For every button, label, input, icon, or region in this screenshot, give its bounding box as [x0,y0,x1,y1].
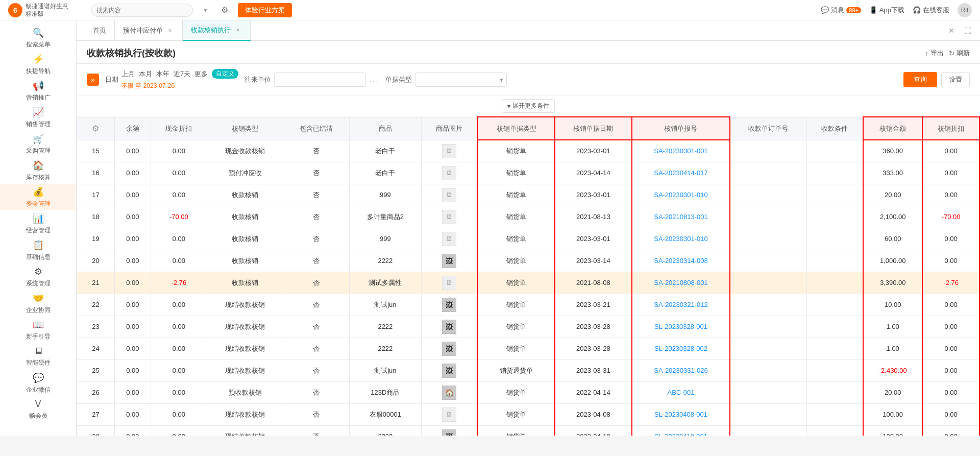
row-xianjin: 0.00 [151,381,207,403]
user-area[interactable]: Rit [958,3,972,17]
content-area: 首页预付冲应付单×收款核销执行× ✕ ⛶ 收款核销执行(按收款) ↑ 导出 ↻ … [77,20,980,436]
tab-close-icon[interactable]: × [234,26,242,34]
table-row: 26 0.00 0.00 预收款核销 否 123D商品 🏠 销货单 2022-0… [77,381,980,403]
sidebar-item-采购管理[interactable]: 🛒采购管理 [0,131,76,157]
sidebar-label: 企业微信 [26,386,51,394]
row-hexiao-amount: 360.00 [863,140,922,162]
row-hexiao-dan-no: SA-20210808-001 [632,272,730,294]
sidebar-item-搜索菜单[interactable]: 🔍搜索菜单 [0,25,76,51]
row-hexiao-amount: 10.00 [863,294,922,316]
row-yue: 0.00 [114,140,151,162]
row-hexiao-dan-type: 销货退货单 [478,359,555,381]
product-image: 🖼 [442,254,456,268]
date-this-year[interactable]: 本年 [156,69,169,79]
date-last-month[interactable]: 上月 [121,69,135,79]
row-yue: 0.00 [114,381,151,403]
hexiao-dan-no-link[interactable]: SA-20230301-010 [654,191,708,199]
sidebar-item-新手引导[interactable]: 📖新手引导 [0,317,76,343]
hexiao-dan-no-link[interactable]: SA-20210813-001 [654,213,708,221]
date-custom-btn[interactable]: 自定义 [212,69,238,79]
row-shoukuan-order [730,403,806,425]
col-shangpin-header: 商品 [350,117,422,140]
hexiao-dan-no-link[interactable]: SA-20230314-008 [654,257,708,265]
customer-input[interactable] [274,73,366,87]
sidebar-item-营销推广[interactable]: 📢营销推广 [0,78,76,104]
filter-expand-button[interactable]: » [87,74,99,86]
row-hexiao-type: 收款核销 [207,184,283,206]
message-nav[interactable]: 💬 消息 99+ [821,6,861,15]
settings-button[interactable]: 设置 [941,72,970,87]
sidebar-label: 库存核算 [26,173,51,182]
row-hexiao-dan-date: 2022-04-14 [555,381,632,403]
expand-conditions-button[interactable]: ▾ 展开更多条件 [502,99,555,113]
date-more[interactable]: 更多 [194,69,208,79]
hexiao-dan-no-link[interactable]: SL-20230328-002 [654,345,707,352]
app-download-nav[interactable]: 📱 App下载 [869,6,904,15]
date-this-month[interactable]: 本月 [139,69,152,79]
top-search-input[interactable] [91,4,193,17]
hexiao-dan-no-link[interactable]: ABC-001 [668,389,695,396]
tab-预付冲应付单[interactable]: 预付冲应付单× [115,20,183,41]
sidebar-item-库存核算[interactable]: 🏠库存核算 [0,157,76,184]
row-xianjin: 0.00 [151,338,207,359]
sidebar-item-企业微信[interactable]: 💬企业微信 [0,370,76,396]
app-icon: 📱 [869,6,877,14]
hexiao-dan-no-link[interactable]: SA-20230301-001 [654,147,708,155]
hexiao-dan-no-link[interactable]: SL-20230328-001 [654,323,707,330]
message-icon: 💬 [821,6,829,14]
hexiao-dan-no-link[interactable]: SL-20230408-001 [654,411,707,418]
maximize-icon[interactable]: ⛶ [962,25,974,37]
tab-收款核销执行[interactable]: 收款核销执行× [183,20,251,41]
customer-more-icon[interactable]: ... [369,75,379,84]
filter-bar: » 日期 上月 本月 本年 近7天 更多 自定义 不限 至 2023-07-26 [77,64,980,96]
hexiao-dan-no-link[interactable]: SA-20230321-012 [654,301,708,308]
sidebar-item-企业协同[interactable]: 🤝企业协同 [0,290,76,317]
row-id: 24 [77,338,115,359]
sidebar-label: 智能硬件 [26,358,51,367]
refresh-button[interactable]: ↻ 刷新 [949,49,970,58]
column-settings-icon[interactable]: ⚙ [88,122,103,136]
product-image: 🏠 [442,386,456,400]
sidebar-item-快捷导航[interactable]: ⚡快捷导航 [0,51,76,78]
row-hexiao-type: 预收款核销 [207,381,283,403]
row-hexiao-dan-no: SL-20230418-001 [632,425,730,436]
service-nav[interactable]: 🎧 在线客服 [913,6,949,15]
solution-button[interactable]: 体验行业方案 [238,3,292,17]
settings-icon[interactable]: ⚙ [217,3,232,17]
query-button[interactable]: 查询 [903,72,937,87]
tab-首页[interactable]: 首页 [85,20,115,41]
col-settings-header[interactable]: ⚙ [77,117,115,140]
row-hexiao-dan-no: SL-20230328-001 [632,316,730,338]
row-hexiao-type: 收款核销 [207,272,283,294]
sidebar-item-畅会员[interactable]: V畅会员 [0,396,76,423]
row-hexiao-discount: 0.00 [922,316,979,338]
sidebar-item-系统管理[interactable]: ⚙系统管理 [0,263,76,290]
sidebar-item-资金管理[interactable]: 💰资金管理 [0,184,76,210]
sidebar-item-基础信息[interactable]: 📋基础信息 [0,237,76,263]
hexiao-dan-no-link[interactable]: SL-20230418-001 [654,433,707,436]
hexiao-dan-no-link[interactable]: SA-20230301-010 [654,235,708,243]
sidebar-item-销售管理[interactable]: 📈销售管理 [0,104,76,131]
row-shangpin: 2222 [350,338,422,359]
row-shoukuan-order [730,250,806,272]
avatar: Rit [958,3,972,17]
row-shoukuan-cond [806,184,863,206]
hexiao-dan-no-link[interactable]: SA-20230331-026 [654,367,708,374]
hexiao-dan-no-link[interactable]: SA-20210808-001 [654,279,708,286]
search-dropdown-icon[interactable]: ▾ [199,4,211,16]
row-hexiao-type: 现结收款核销 [207,294,283,316]
row-hexiao-discount: 0.00 [922,250,979,272]
date-7days[interactable]: 近7天 [174,69,190,79]
row-hexiao-amount: 100.00 [863,425,922,436]
row-shangpin: 老白干 [350,140,422,162]
hexiao-dan-no-link[interactable]: SA-20230414-017 [654,169,708,177]
close-window-icon[interactable]: ✕ [945,25,958,37]
tab-close-icon[interactable]: × [166,27,174,35]
sidebar-item-经营管理[interactable]: 📊经营管理 [0,210,76,237]
sidebar-item-智能硬件[interactable]: 🖥智能硬件 [0,343,76,370]
bill-type-select[interactable] [415,73,507,87]
export-button[interactable]: ↑ 导出 [925,49,944,58]
table-row: 16 0.00 0.00 预付冲应收 否 老白干 🖼 销货单 2023-04-1… [77,162,980,184]
table-row: 20 0.00 0.00 收款核销 否 2222 🖼 销货单 2023-03-1… [77,250,980,272]
sidebar-icon: 🔍 [33,27,44,38]
